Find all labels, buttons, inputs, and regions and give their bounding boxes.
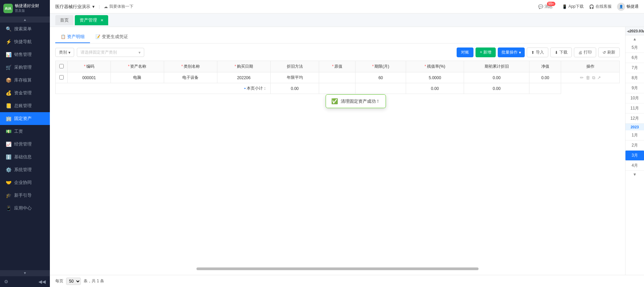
sidebar-scroll-up[interactable]: ▲: [0, 17, 50, 23]
topbar: 医疗器械行业演示 ▾ | ☁ 我要体验一下 💬 消息 99+ 📱 App下载 🎧…: [50, 0, 644, 13]
delete-icon[interactable]: 🗑: [586, 75, 590, 80]
batch-button[interactable]: 批量操作 ▾: [498, 47, 525, 57]
new-button[interactable]: + 新增: [476, 47, 496, 57]
sidebar-item-basic-info[interactable]: ℹ️ 基础信息: [0, 151, 50, 163]
row-checkbox[interactable]: [59, 75, 64, 79]
category-input[interactable]: 请选择固定资产类别 ▾: [77, 48, 144, 57]
experience-button[interactable]: ☁ 我要体验一下: [104, 4, 133, 9]
cal-scroll-down[interactable]: ▼: [625, 171, 644, 178]
scrollbar-thumb[interactable]: [196, 267, 479, 270]
sidebar-item-finance[interactable]: 💰 资金管理: [0, 87, 50, 99]
cal-month-6[interactable]: 6月: [625, 53, 644, 63]
tab-home[interactable]: 首页: [55, 15, 73, 25]
sidebar-item-system[interactable]: ⚙️ 系统管理: [0, 163, 50, 176]
cell-code: 000001: [68, 72, 111, 83]
sidebar-item-label: 库存核算: [14, 77, 32, 83]
refresh-button[interactable]: ↺ 刷新: [598, 47, 620, 57]
cal-month-11[interactable]: 11月: [625, 103, 644, 114]
sidebar-item-sales[interactable]: 📊 销售管理: [0, 48, 50, 61]
cal-month-1[interactable]: 1月: [625, 130, 644, 140]
cal-month-8[interactable]: 8月: [625, 73, 644, 83]
message-icon: 💬: [538, 4, 543, 9]
sidebar-item-ledger[interactable]: 📒 总账管理: [0, 99, 50, 112]
system-icon: ⚙️: [5, 167, 11, 172]
import-button[interactable]: ⬆ 导入: [527, 47, 548, 57]
experience-label: 我要体验一下: [109, 4, 133, 9]
download-icon: ⬇: [555, 50, 558, 55]
category-dropdown-icon: ▾: [68, 50, 70, 55]
toolbar-right: 对账 + 新增 批量操作 ▾ ⬆ 导入 ⬇ 下载: [457, 47, 620, 57]
sidebar-item-enterprise[interactable]: 🤝 企业协同: [0, 176, 50, 189]
select-all-checkbox[interactable]: [59, 64, 64, 68]
app-download-button[interactable]: 📱 App下载: [562, 4, 584, 9]
print-icon: 🖨: [578, 50, 582, 55]
edit-icon[interactable]: ✏: [580, 75, 584, 80]
sidebar-item-label: 销售管理: [14, 52, 32, 58]
sidebar-item-label: 应用中心: [14, 205, 32, 211]
download-button[interactable]: ⬇ 下载: [550, 47, 572, 57]
copy-icon[interactable]: ⧉: [592, 75, 595, 81]
print-button[interactable]: 🖨 打印: [574, 47, 596, 57]
sidebar-item-search[interactable]: 🔍 搜索菜单: [0, 23, 50, 35]
new-label: + 新增: [480, 50, 491, 55]
user-menu[interactable]: 👤 畅捷通: [617, 3, 639, 11]
cal-month-7[interactable]: 7月: [625, 63, 644, 73]
app-logo-icon: AtA: [3, 4, 13, 13]
cal-month-5[interactable]: 5月: [625, 43, 644, 53]
sidebar-item-purchase[interactable]: 🛒 采购管理: [0, 61, 50, 74]
cal-month-9[interactable]: 9月: [625, 83, 644, 93]
ledger-icon: 📒: [5, 103, 11, 108]
sidebar-item-newbie[interactable]: 🎓 新手引导: [0, 189, 50, 202]
cal-scroll-up[interactable]: ▲: [625, 35, 644, 43]
cal-month-4[interactable]: 4月: [625, 161, 644, 171]
sidebar: AtA 畅捷通好业财 普及版 ▲ 🔍 搜索菜单 ⚡ 快捷导航 📊 销售管理 🛒 …: [0, 0, 50, 287]
cell-residual-rate: 5.0000: [406, 72, 464, 83]
sidebar-footer: ⚙ ◀◀: [0, 276, 50, 287]
sub-tab-voucher[interactable]: 📝 变更生成凭证: [90, 31, 133, 43]
subtotal-label-cell: ▪ 本页小计：: [56, 83, 271, 94]
sub-tab-asset-detail-label: 资产明细: [67, 34, 85, 40]
message-button[interactable]: 💬 消息 99+: [538, 4, 553, 9]
cal-month-10[interactable]: 10月: [625, 93, 644, 103]
duizhang-button[interactable]: 对账: [457, 47, 473, 57]
finance-icon: 💰: [5, 90, 11, 96]
tab-asset-management[interactable]: 资产管理 ✕: [75, 15, 108, 25]
company-selector[interactable]: 医疗器械行业演示 ▾: [55, 4, 95, 10]
sidebar-scroll-down[interactable]: ▼: [0, 270, 50, 276]
duizhang-label: 对账: [461, 50, 469, 55]
col-original-value: *原值: [319, 61, 356, 72]
page-size-select[interactable]: 50: [66, 278, 81, 285]
settings-icon[interactable]: ⚙: [4, 279, 8, 284]
online-service-button[interactable]: 🎧 在线客服: [589, 4, 612, 9]
category-filter[interactable]: 类别 ▾: [55, 48, 74, 57]
sub-tab-asset-detail[interactable]: 📋 资产明细: [55, 31, 90, 43]
refresh-icon: ↺: [603, 50, 606, 55]
sales-icon: 📊: [5, 52, 11, 57]
cal-prev-icon[interactable]: ◀: [627, 29, 630, 33]
sidebar-item-label: 基础信息: [14, 154, 32, 160]
app-download-icon: 📱: [562, 4, 567, 9]
horizontal-scrollbar[interactable]: [55, 265, 620, 271]
cell-period: 60: [356, 72, 406, 83]
more-icon[interactable]: ↗: [597, 75, 601, 80]
sidebar-item-payroll[interactable]: 💵 工资: [0, 125, 50, 138]
row-checkbox-cell[interactable]: [56, 72, 68, 83]
collapse-icon[interactable]: ◀◀: [38, 279, 46, 284]
sidebar-item-app-center[interactable]: 📱 应用中心: [0, 202, 50, 215]
sidebar-item-operations[interactable]: 📈 经营管理: [0, 138, 50, 151]
tab-close-icon[interactable]: ✕: [100, 18, 103, 22]
sidebar-item-quicknav[interactable]: ⚡ 快捷导航: [0, 35, 50, 48]
cal-month-12[interactable]: 12月: [625, 114, 644, 124]
cal-month-2[interactable]: 2月: [625, 140, 644, 151]
sidebar-item-inventory[interactable]: 📦 库存核算: [0, 74, 50, 87]
select-all-header[interactable]: [56, 61, 68, 72]
toast-message: 清理固定资产成功！: [341, 98, 380, 104]
col-residual-rate: *残值率(%): [406, 61, 464, 72]
main-content: 医疗器械行业演示 ▾ | ☁ 我要体验一下 💬 消息 99+ 📱 App下载 🎧…: [50, 0, 644, 287]
subtotal-original: 0.00: [271, 83, 319, 94]
sidebar-item-label: 搜索菜单: [14, 26, 32, 32]
cal-month-3-active[interactable]: 3月: [625, 151, 644, 161]
col-initial-accum: 期初累计折旧: [464, 61, 529, 72]
sidebar-item-label: 总账管理: [14, 103, 32, 109]
sidebar-item-fixed-assets[interactable]: 🏢 固定资产: [0, 112, 50, 125]
